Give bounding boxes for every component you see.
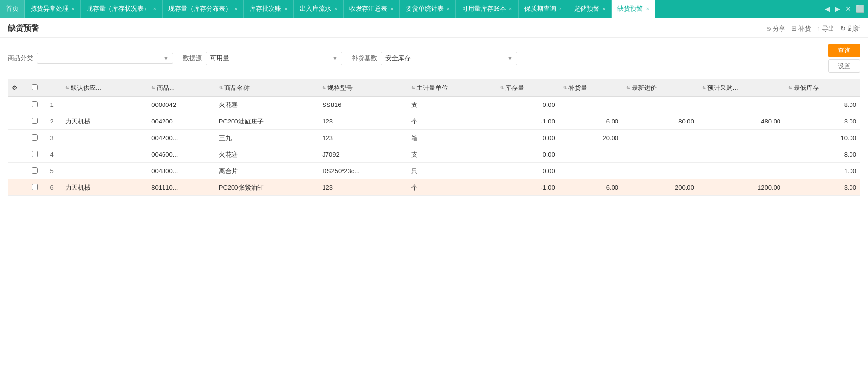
tab-demand-stats[interactable]: 要货单统计表 ×: [400, 0, 456, 18]
row-checkbox-cell[interactable]: [27, 146, 42, 163]
row-replenish: 20.00: [559, 130, 622, 146]
row-estimated-purchase: 480.00: [698, 113, 784, 130]
col-checkbox-header[interactable]: [27, 79, 42, 97]
row-product-name: 离合片: [215, 163, 319, 179]
row-supplier: 力天机械: [61, 113, 147, 130]
tab-in-out-flow[interactable]: 出入库流水 ×: [294, 0, 344, 18]
share-button[interactable]: ⎋ 分享: [767, 24, 785, 33]
tab-shortage[interactable]: 缺货预警 ×: [612, 0, 655, 18]
row-min-stock: 10.00: [784, 130, 860, 146]
row-stock: -1.00: [496, 113, 559, 130]
tab-close-overstock[interactable]: ×: [602, 6, 605, 12]
col-min-stock[interactable]: ⇅ 最低库存: [784, 79, 860, 97]
row-checkbox[interactable]: [32, 167, 38, 174]
col-unit[interactable]: ⇅ 主计量单位: [407, 79, 496, 97]
sort-icon-estimated-purchase: ⇅: [702, 85, 706, 90]
row-num: 2: [42, 113, 61, 130]
row-checkbox-cell[interactable]: [27, 179, 42, 196]
row-unit: 只: [407, 163, 496, 179]
tab-overstock[interactable]: 超储预警 ×: [568, 0, 612, 18]
row-latest-price: 200.00: [622, 179, 698, 196]
row-checkbox[interactable]: [32, 101, 38, 107]
col-latest-price[interactable]: ⇅ 最新进价: [622, 79, 698, 97]
col-product-name[interactable]: ⇅ 商品名称: [215, 79, 319, 97]
category-label: 商品分类: [8, 54, 33, 63]
col-estimated-purchase[interactable]: ⇅ 预计采购...: [698, 79, 784, 97]
sort-icon-supplier: ⇅: [65, 85, 69, 90]
refresh-button[interactable]: ↻ 刷新: [840, 24, 860, 33]
col-rownum: [42, 79, 61, 97]
tab-close-batch-account[interactable]: ×: [284, 6, 287, 12]
nav-prev-button[interactable]: ◀: [823, 4, 832, 14]
row-product-code: 801110...: [147, 179, 215, 196]
nav-expand-button[interactable]: ⬜: [854, 4, 866, 14]
row-gear-cell: [8, 163, 27, 179]
tab-close-inventory-dist[interactable]: ×: [235, 6, 237, 12]
row-checkbox-cell[interactable]: [27, 97, 42, 113]
row-checkbox-cell[interactable]: [27, 130, 42, 146]
export-button[interactable]: ↑ 导出: [817, 24, 835, 33]
tab-available-account[interactable]: 可用量库存账本 ×: [456, 0, 518, 18]
row-product-code: 004600...: [147, 146, 215, 163]
tab-inventory-dist[interactable]: 现存量（库存分布表） ×: [163, 0, 244, 18]
datasource-filter-group: 数据源 可用量 ▼: [183, 52, 342, 65]
col-spec[interactable]: ⇅ 规格型号: [318, 79, 407, 97]
tab-close-inventory-status[interactable]: ×: [153, 6, 156, 12]
top-navigation: 首页 拣货异常处理 × 现存量（库存状况表） × 现存量（库存分布表） × 库存…: [0, 0, 868, 18]
replenish-button[interactable]: ⊞ 补货: [791, 24, 811, 33]
category-select[interactable]: ▼: [37, 53, 173, 64]
row-checkbox[interactable]: [32, 184, 38, 190]
row-min-stock: 3.00: [784, 113, 860, 130]
tab-close-expiry-query[interactable]: ×: [559, 6, 562, 12]
share-icon: ⎋: [767, 25, 771, 32]
page-container: 缺货预警 ⎋ 分享 ⊞ 补货 ↑ 导出 ↻ 刷新 商品分类: [0, 18, 868, 387]
row-checkbox[interactable]: [32, 118, 38, 124]
col-supplier[interactable]: ⇅ 默认供应...: [61, 79, 147, 97]
tab-expiry-query[interactable]: 保质期查询 ×: [519, 0, 568, 18]
tab-batch-account[interactable]: 库存批次账 ×: [244, 0, 293, 18]
row-estimated-purchase: [698, 146, 784, 163]
replenish-select[interactable]: 安全库存 ▼: [381, 52, 517, 65]
col-stock[interactable]: ⇅ 库存量: [496, 79, 559, 97]
nav-close-button[interactable]: ✕: [843, 4, 853, 14]
query-button[interactable]: 查询: [828, 44, 860, 57]
tab-home[interactable]: 首页: [0, 0, 25, 18]
row-num: 4: [42, 146, 61, 163]
row-supplier: [61, 163, 147, 179]
row-checkbox[interactable]: [32, 151, 38, 157]
tab-close-demand-stats[interactable]: ×: [447, 6, 450, 12]
category-filter-group: 商品分类 ▼: [8, 53, 173, 64]
table-row: 6 力天机械 801110... PC200张紧油缸 123 个 -1.00 6…: [8, 179, 860, 196]
tab-abnormal[interactable]: 拣货异常处理 ×: [25, 0, 81, 18]
tab-close-abnormal[interactable]: ×: [72, 6, 74, 12]
datasource-select[interactable]: 可用量 ▼: [206, 52, 342, 65]
row-product-name: 火花塞: [215, 97, 319, 113]
table-header-row: ⚙ ⇅ 默认供应... ⇅: [8, 79, 860, 97]
row-unit: 个: [407, 113, 496, 130]
tab-close-shortage[interactable]: ×: [646, 6, 649, 12]
col-gear[interactable]: ⚙: [8, 79, 27, 97]
table-row: 3 004200... 三九 123 箱 0.00 20.00 10.00: [8, 130, 860, 146]
row-product-name: PC200张紧油缸: [215, 179, 319, 196]
table-row: 2 力天机械 004200... PC200油缸庄子 123 个 -1.00 6…: [8, 113, 860, 130]
tab-receive-send[interactable]: 收发存汇总表 ×: [344, 0, 399, 18]
row-checkbox-cell[interactable]: [27, 163, 42, 179]
row-num: 5: [42, 163, 61, 179]
tab-close-receive-send[interactable]: ×: [390, 6, 393, 12]
tab-inventory-status[interactable]: 现存量（库存状况表） ×: [81, 0, 162, 18]
row-latest-price: [622, 163, 698, 179]
nav-next-button[interactable]: ▶: [833, 4, 842, 14]
sort-icon-replenish: ⇅: [563, 85, 567, 90]
tab-close-in-out-flow[interactable]: ×: [334, 6, 337, 12]
row-spec: DS250*23c...: [318, 163, 407, 179]
row-checkbox-cell[interactable]: [27, 113, 42, 130]
select-all-checkbox[interactable]: [32, 84, 38, 90]
settings-button[interactable]: 设置: [828, 59, 860, 73]
row-num: 1: [42, 97, 61, 113]
datasource-chevron-icon: ▼: [332, 55, 338, 61]
col-product-code[interactable]: ⇅ 商品...: [147, 79, 215, 97]
tab-close-available-account[interactable]: ×: [509, 6, 512, 12]
row-checkbox[interactable]: [32, 134, 38, 141]
row-spec: 123: [318, 113, 407, 130]
col-replenish[interactable]: ⇅ 补货量: [559, 79, 622, 97]
